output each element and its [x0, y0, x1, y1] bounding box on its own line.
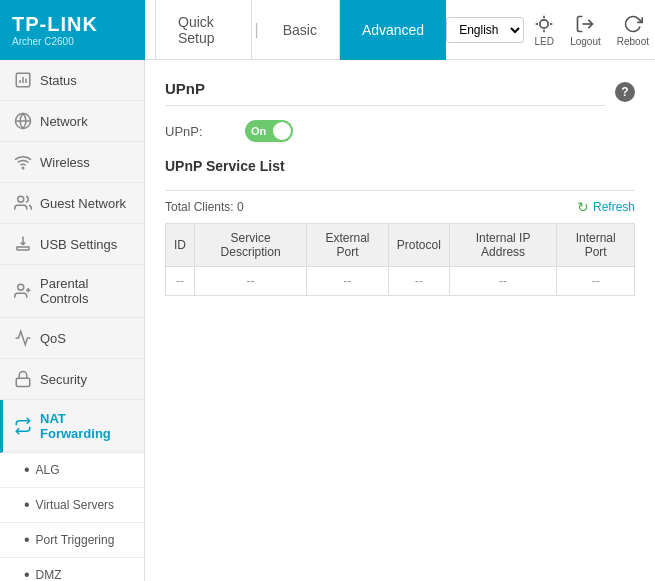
- total-clients-row: Total Clients: 0 ↻ Refresh: [165, 199, 635, 215]
- logout-label: Logout: [570, 36, 601, 47]
- sidebar-sub-port-triggering[interactable]: • Port Triggering: [0, 523, 144, 558]
- sidebar-sub-virtual-servers[interactable]: • Virtual Servers: [0, 488, 144, 523]
- col-service-description: Service Description: [195, 224, 307, 267]
- svg-rect-17: [16, 378, 30, 386]
- sidebar-item-nat-forwarding[interactable]: NAT Forwarding: [0, 400, 144, 453]
- nat-icon: [14, 417, 32, 435]
- tab-quick-setup[interactable]: Quick Setup: [155, 0, 252, 60]
- sidebar-item-security[interactable]: Security: [0, 359, 144, 400]
- sidebar-item-usb-settings-label: USB Settings: [40, 237, 117, 252]
- bullet-icon: •: [24, 532, 30, 548]
- nat-subitems: • ALG • Virtual Servers • Port Triggerin…: [0, 453, 144, 581]
- sidebar-item-status[interactable]: Status: [0, 60, 144, 101]
- sidebar-sub-port-triggering-label: Port Triggering: [36, 533, 115, 547]
- network-icon: [14, 112, 32, 130]
- help-icon[interactable]: ?: [615, 82, 635, 102]
- upnp-toggle[interactable]: On: [245, 120, 293, 142]
- sidebar-item-guest-network[interactable]: Guest Network: [0, 183, 144, 224]
- bullet-icon: •: [24, 497, 30, 513]
- refresh-label: Refresh: [593, 200, 635, 214]
- sidebar-sub-virtual-servers-label: Virtual Servers: [36, 498, 114, 512]
- sidebar-item-qos[interactable]: QoS: [0, 318, 144, 359]
- bullet-icon: •: [24, 462, 30, 478]
- reboot-button[interactable]: Reboot: [617, 14, 649, 47]
- sidebar-sub-alg-label: ALG: [36, 463, 60, 477]
- sidebar-sub-alg[interactable]: • ALG: [0, 453, 144, 488]
- security-icon: [14, 370, 32, 388]
- service-table: ID Service Description External Port Pro…: [165, 223, 635, 296]
- tab-advanced[interactable]: Advanced: [340, 0, 446, 60]
- sidebar-item-qos-label: QoS: [40, 331, 66, 346]
- language-dropdown[interactable]: English: [446, 17, 524, 43]
- col-id: ID: [166, 224, 195, 267]
- led-button[interactable]: LED: [534, 14, 554, 47]
- total-clients-label: Total Clients: 0: [165, 200, 244, 214]
- svg-point-14: [18, 284, 24, 290]
- logo: TP-LINK Archer C2600: [0, 0, 145, 60]
- table-row: -- -- -- -- -- --: [166, 267, 635, 296]
- svg-point-13: [18, 196, 24, 202]
- cell-external-port: --: [307, 267, 389, 296]
- refresh-icon: ↻: [577, 199, 589, 215]
- main-content: UPnP ? UPnP: On UPnP Service List Total …: [145, 60, 655, 581]
- col-internal-ip: Internal IP Address: [449, 224, 556, 267]
- usb-icon: [14, 235, 32, 253]
- cell-internal-ip: --: [449, 267, 556, 296]
- reboot-label: Reboot: [617, 36, 649, 47]
- upnp-label: UPnP:: [165, 124, 245, 139]
- tab-basic[interactable]: Basic: [261, 0, 340, 60]
- logout-button[interactable]: Logout: [570, 14, 601, 47]
- qos-icon: [14, 329, 32, 347]
- guest-icon: [14, 194, 32, 212]
- header-icons: LED Logout Reboot: [534, 14, 649, 47]
- upnp-title-text: UPnP: [165, 80, 205, 97]
- sidebar-item-wireless-label: Wireless: [40, 155, 90, 170]
- led-label: LED: [534, 36, 553, 47]
- sidebar-sub-dmz[interactable]: • DMZ: [0, 558, 144, 581]
- wireless-icon: [14, 153, 32, 171]
- upnp-section-title: UPnP: [165, 80, 605, 106]
- sidebar-item-parental-controls-label: Parental Controls: [40, 276, 130, 306]
- sidebar-item-network[interactable]: Network: [0, 101, 144, 142]
- col-internal-port: Internal Port: [557, 224, 635, 267]
- parental-icon: [14, 282, 32, 300]
- sidebar-item-network-label: Network: [40, 114, 88, 129]
- col-protocol: Protocol: [388, 224, 449, 267]
- cell-protocol: --: [388, 267, 449, 296]
- model-name: Archer C2600: [12, 36, 133, 47]
- sidebar-item-guest-network-label: Guest Network: [40, 196, 126, 211]
- sidebar-item-security-label: Security: [40, 372, 87, 387]
- toggle-state-label: On: [245, 125, 266, 137]
- svg-point-12: [22, 167, 24, 169]
- cell-internal-port: --: [557, 267, 635, 296]
- brand-name: TP-LINK: [12, 14, 133, 34]
- bullet-icon: •: [24, 567, 30, 581]
- toggle-knob: [273, 122, 291, 140]
- sidebar-item-usb-settings[interactable]: USB Settings: [0, 224, 144, 265]
- sidebar-item-wireless[interactable]: Wireless: [0, 142, 144, 183]
- status-icon: [14, 71, 32, 89]
- nav-tabs: Quick Setup | Basic Advanced English LED…: [145, 0, 655, 60]
- sidebar-item-nat-forwarding-label: NAT Forwarding: [40, 411, 130, 441]
- cell-service-description: --: [195, 267, 307, 296]
- language-selector[interactable]: English: [446, 17, 524, 43]
- sidebar-item-status-label: Status: [40, 73, 77, 88]
- col-external-port: External Port: [307, 224, 389, 267]
- service-list-title: UPnP Service List: [165, 158, 635, 174]
- upnp-form-row: UPnP: On: [165, 120, 635, 142]
- svg-point-0: [540, 19, 548, 27]
- sidebar-sub-dmz-label: DMZ: [36, 568, 62, 581]
- sidebar: Status Network Wireless Guest Network US…: [0, 60, 145, 581]
- cell-id: --: [166, 267, 195, 296]
- refresh-button[interactable]: ↻ Refresh: [577, 199, 635, 215]
- sidebar-item-parental-controls[interactable]: Parental Controls: [0, 265, 144, 318]
